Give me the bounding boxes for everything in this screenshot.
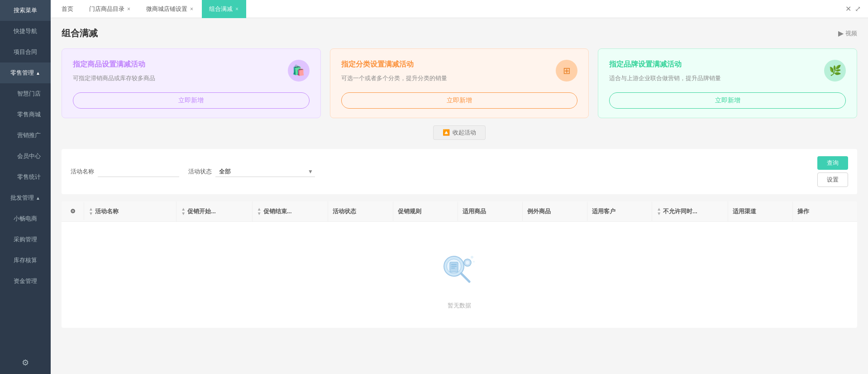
th-end-label: 促销结束... <box>263 207 292 216</box>
wholesale-label: 批发管理 <box>10 194 34 202</box>
th-activity-name: ▲▼ 活动名称 <box>84 201 176 221</box>
activity-card-brand: 🌿 指定品牌设置满减活动 适合与上游企业联合做营销，提升品牌销量 立即新增 <box>598 48 857 118</box>
th-status-label: 活动状态 <box>333 207 356 216</box>
member-label: 会员中心 <box>17 153 41 159</box>
th-concurrent-label: 不允许同时... <box>663 207 697 216</box>
content-area: 组合满减 ▶ 视频 🛍️ 指定商品设置满减活动 可指定滞销商品或库存较多商品 立… <box>51 18 868 374</box>
brand-card-add-btn[interactable]: 立即新增 <box>609 92 846 109</box>
sort-icon-end[interactable]: ▲▼ <box>257 207 262 216</box>
tab-home-label: 首页 <box>62 0 73 18</box>
gear-settings-icon: ⚙ <box>70 208 76 215</box>
brand-card-desc: 适合与上游企业联合做营销，提升品牌销量 <box>609 74 846 83</box>
play-circle-icon: ▶ <box>838 29 844 38</box>
sidebar-item-inventory[interactable]: 库存核算 <box>0 250 51 271</box>
query-button[interactable]: 查询 <box>817 156 848 170</box>
filter-bar: 活动名称 活动状态 全部 未开始 进行中 已结束 已禁用 ▼ 查询 <box>62 149 857 194</box>
inventory-label: 库存核算 <box>14 257 37 264</box>
main-area: 首页 门店商品目录 × 微商城店铺设置 × 组合满减 × ✕ ⤢ 组合满减 ▶ … <box>51 0 868 374</box>
filter-status: 活动状态 全部 未开始 进行中 已结束 已禁用 ▼ <box>188 166 315 177</box>
sort-icon-start[interactable]: ▲▼ <box>181 207 186 216</box>
product-card-icon: 🛍️ <box>288 60 310 82</box>
brand-card-icon: 🌿 <box>824 60 846 82</box>
sidebar-item-retail[interactable]: 零售管理 <box>0 62 51 83</box>
tab-wechat-store[interactable]: 微商城店铺设置 × <box>139 0 201 18</box>
svg-rect-3 <box>450 262 458 272</box>
sidebar-item-search[interactable]: 搜索菜单 <box>0 0 51 21</box>
sidebar-bottom: ⚙ <box>0 351 51 374</box>
th-customer: 适用客户 <box>587 202 652 221</box>
sidebar-item-finance[interactable]: 资金管理 <box>0 271 51 292</box>
product-card-add-btn[interactable]: 立即新增 <box>73 92 310 109</box>
collapse-btn[interactable]: 🔼 收起活动 <box>433 125 486 140</box>
tab-home[interactable]: 首页 <box>54 0 81 18</box>
sidebar-item-quicknav[interactable]: 快捷导航 <box>0 21 51 42</box>
sidebar-item-purchase[interactable]: 采购管理 <box>0 229 51 250</box>
product-card-title: 指定商品设置满减活动 <box>73 60 310 69</box>
smartstore-label: 智慧门店 <box>17 90 41 97</box>
settings-button[interactable]: 设置 <box>817 173 848 187</box>
th-start: ▲▼ 促销开始... <box>176 201 253 221</box>
activity-cards: 🛍️ 指定商品设置满减活动 可指定滞销商品或库存较多商品 立即新增 ⊞ 指定分类… <box>62 48 857 118</box>
tab-product-catalog-label: 门店商品目录 <box>89 0 124 18</box>
contract-label: 项目合同 <box>14 48 37 55</box>
sort-icon-concurrent[interactable]: ▲▼ <box>657 207 661 216</box>
sidebar-item-ecommerce[interactable]: 小畅电商 <box>0 208 51 229</box>
th-customer-label: 适用客户 <box>592 207 615 216</box>
video-link[interactable]: ▶ 视频 <box>838 29 857 38</box>
activity-card-product: 🛍️ 指定商品设置满减活动 可指定滞销商品或库存较多商品 立即新增 <box>62 48 321 118</box>
chevron-up-icon: 🔼 <box>443 129 450 136</box>
brand-card-title: 指定品牌设置满减活动 <box>609 60 846 69</box>
sidebar-item-retailstats[interactable]: 零售统计 <box>0 167 51 187</box>
collapse-bar: 🔼 收起活动 <box>62 125 857 140</box>
filter-status-wrap: 全部 未开始 进行中 已结束 已禁用 ▼ <box>215 166 315 177</box>
svg-point-8 <box>466 261 469 264</box>
filter-name-input[interactable] <box>98 166 179 177</box>
sidebar-item-retailmall[interactable]: 零售商城 <box>0 104 51 125</box>
window-expand-icon[interactable]: ⤢ <box>855 5 861 13</box>
th-status: 活动状态 <box>328 202 393 221</box>
page-title: 组合满减 <box>62 27 98 39</box>
tabbar-controls: ✕ ⤢ <box>845 5 864 13</box>
sidebar-item-smartstore[interactable]: 智慧门店 <box>0 83 51 104</box>
th-rule: 促销规则 <box>393 202 458 221</box>
search-menu-label: 搜索菜单 <box>14 7 37 14</box>
filter-name: 活动名称 <box>71 166 179 177</box>
th-concurrent: ▲▼ 不允许同时... <box>652 201 728 221</box>
th-exclude: 例外商品 <box>523 202 587 221</box>
svg-line-2 <box>461 273 469 282</box>
sidebar-item-member[interactable]: 会员中心 <box>0 146 51 167</box>
th-end: ▲▼ 促销结束... <box>253 201 329 221</box>
th-activity-name-label: 活动名称 <box>95 207 119 216</box>
page-header: 组合满减 ▶ 视频 <box>62 27 857 39</box>
quicknav-label: 快捷导航 <box>14 28 37 34</box>
empty-state: 暂无数据 <box>62 222 857 328</box>
window-close-icon[interactable]: ✕ <box>845 5 851 13</box>
svg-point-10 <box>473 261 475 263</box>
data-table: ⚙ ▲▼ 活动名称 ▲▼ 促销开始... ▲▼ 促销结束... 活动状态 <box>62 201 857 328</box>
tab-combo-discount[interactable]: 组合满减 × <box>202 0 246 18</box>
sidebar-item-wholesale[interactable]: 批发管理 <box>0 187 51 208</box>
filter-actions: 查询 设置 <box>817 156 848 187</box>
sidebar-item-marketing[interactable]: 营销推广 <box>0 125 51 146</box>
retailmall-label: 零售商城 <box>17 111 41 118</box>
sidebar-item-contract[interactable]: 项目合同 <box>0 42 51 62</box>
tab-wechat-store-close[interactable]: × <box>190 0 193 18</box>
retail-label: 零售管理 <box>10 69 34 77</box>
category-card-desc: 可选一个或者多个分类，提升分类的销量 <box>341 74 578 83</box>
tab-product-catalog-close[interactable]: × <box>127 0 130 18</box>
th-gear[interactable]: ⚙ <box>62 202 84 220</box>
tabbar: 首页 门店商品目录 × 微商城店铺设置 × 组合满减 × ✕ ⤢ <box>51 0 868 18</box>
gear-icon[interactable]: ⚙ <box>22 358 29 367</box>
filter-status-select[interactable]: 全部 未开始 进行中 已结束 已禁用 <box>215 166 315 177</box>
purchase-label: 采购管理 <box>14 236 37 243</box>
sidebar: 搜索菜单 快捷导航 项目合同 零售管理 智慧门店 零售商城 营销推广 会员中心 … <box>0 0 51 374</box>
tab-wechat-store-label: 微商城店铺设置 <box>146 0 187 18</box>
tab-product-catalog[interactable]: 门店商品目录 × <box>82 0 138 18</box>
video-link-label: 视频 <box>845 29 857 38</box>
sort-icon-name[interactable]: ▲▼ <box>89 207 93 216</box>
activity-card-category: ⊞ 指定分类设置满减活动 可选一个或者多个分类，提升分类的销量 立即新增 <box>330 48 589 118</box>
tab-combo-discount-close[interactable]: × <box>235 0 238 18</box>
table-header: ⚙ ▲▼ 活动名称 ▲▼ 促销开始... ▲▼ 促销结束... 活动状态 <box>62 201 857 222</box>
filter-status-label: 活动状态 <box>188 168 212 176</box>
category-card-add-btn[interactable]: 立即新增 <box>341 92 578 109</box>
